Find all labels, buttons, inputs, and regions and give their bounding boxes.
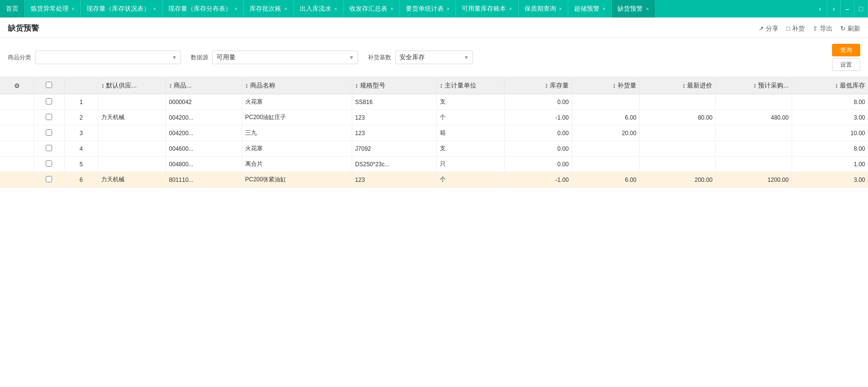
- table-row[interactable]: 4 004600... 火花塞 J7092 支 0.00 8.00: [0, 141, 868, 157]
- table-row[interactable]: 6 力天机械 801110... PC200张紧油缸 123 个 -1.00 6…: [0, 172, 868, 188]
- row-unit-cell: 支: [436, 141, 504, 157]
- name-column-header[interactable]: ↕ 商品名称: [242, 77, 352, 94]
- minstock-column-header[interactable]: ↕ 最低库存: [792, 77, 868, 94]
- data-table: ⚙ ↕ 默认供应... ↕ 商品... ↕: [0, 77, 868, 188]
- datasource-select[interactable]: 可用量: [212, 51, 358, 64]
- close-icon[interactable]: ×: [235, 6, 237, 12]
- nav-tab-4[interactable]: 库存批次账 ×: [244, 0, 293, 18]
- table-body: 1 0000042 火花塞 SS816 支 0.00 8.00 2 力天机械 0…: [0, 94, 868, 188]
- row-checkbox[interactable]: [46, 176, 52, 182]
- row-gear-cell: [0, 141, 34, 157]
- close-icon[interactable]: ×: [284, 6, 287, 12]
- category-select[interactable]: [35, 51, 181, 64]
- nav-tab-1[interactable]: 炼货异常处理 ×: [25, 0, 81, 18]
- row-spec-cell: 123: [352, 172, 436, 188]
- row-stock-cell: 0.00: [504, 157, 572, 172]
- row-purchase-cell: [716, 125, 792, 141]
- filters-row: 商品分类 ▼ 数据源 可用量 ▼ 补货基数 安全库存: [0, 38, 868, 77]
- close-icon[interactable]: ×: [153, 6, 156, 12]
- nav-next-button[interactable]: ›: [827, 0, 841, 18]
- row-checkbox[interactable]: [46, 145, 52, 151]
- close-icon[interactable]: ×: [334, 6, 337, 12]
- replenish-column-header[interactable]: ↕ 补货量: [572, 77, 639, 94]
- nav-tab-5[interactable]: 出入库流水 ×: [294, 0, 344, 18]
- row-supplier-cell: 力天机械: [98, 172, 166, 188]
- row-unit-cell: 个: [436, 110, 504, 125]
- nav-tab-7[interactable]: 要货单统计表 ×: [400, 0, 456, 18]
- close-icon[interactable]: ×: [509, 6, 512, 12]
- row-replenish-cell: [572, 141, 639, 157]
- row-price-cell: [639, 125, 715, 141]
- maximize-button[interactable]: □: [854, 0, 868, 18]
- stock-column-header[interactable]: ↕ 库存量: [504, 77, 572, 94]
- minimize-button[interactable]: –: [841, 0, 854, 18]
- spec-column-header[interactable]: ↕ 规格型号: [352, 77, 436, 94]
- category-filter-group: 商品分类 ▼: [8, 51, 181, 64]
- row-num-cell: 5: [64, 157, 98, 172]
- table-row[interactable]: 5 004800... 离合片 DS250*23c... 只 0.00 1.00: [0, 157, 868, 172]
- row-code-cell: 004600...: [166, 141, 242, 157]
- row-stock-cell: 0.00: [504, 125, 572, 141]
- nav-tab-home[interactable]: 首页: [0, 0, 25, 18]
- query-button[interactable]: 查询: [832, 44, 860, 56]
- row-spec-cell: J7092: [352, 141, 436, 157]
- select-all-checkbox[interactable]: [46, 82, 52, 88]
- nav-tab-2[interactable]: 现存量（库存状况表） ×: [81, 0, 162, 18]
- export-button[interactable]: ⇧ 导出: [813, 24, 832, 33]
- datasource-select-wrapper: 可用量 ▼: [212, 51, 358, 64]
- nav-arrows: ‹ › – □: [814, 0, 868, 18]
- close-icon[interactable]: ×: [390, 6, 393, 12]
- table-row[interactable]: 1 0000042 火花塞 SS816 支 0.00 8.00: [0, 94, 868, 110]
- nav-tab-11[interactable]: 缺货预警 ×: [612, 0, 655, 18]
- close-icon[interactable]: ×: [72, 6, 74, 12]
- unit-column-header[interactable]: ↕ 主计量单位: [436, 77, 504, 94]
- replenish-base-select[interactable]: 安全库存: [395, 51, 473, 64]
- row-checkbox-cell: [34, 94, 65, 110]
- row-num-cell: 4: [64, 141, 98, 157]
- close-icon[interactable]: ×: [646, 6, 649, 12]
- close-icon[interactable]: ×: [447, 6, 450, 12]
- row-price-cell: [639, 141, 715, 157]
- row-replenish-cell: 20.00: [572, 125, 639, 141]
- replenish-base-label: 补货基数: [368, 53, 391, 62]
- nav-tab-6[interactable]: 收发存汇总表 ×: [344, 0, 399, 18]
- table-header-row: ⚙ ↕ 默认供应... ↕ 商品... ↕: [0, 77, 868, 94]
- nav-tab-8[interactable]: 可用量库存账本 ×: [456, 0, 518, 18]
- close-icon[interactable]: ×: [559, 6, 562, 12]
- row-checkbox[interactable]: [46, 114, 52, 120]
- row-price-cell: 200.00: [639, 172, 715, 188]
- row-checkbox[interactable]: [46, 129, 52, 136]
- share-button[interactable]: ↗ 分享: [759, 24, 778, 33]
- row-checkbox[interactable]: [46, 160, 52, 167]
- datasource-label: 数据源: [191, 53, 208, 62]
- replenish-button[interactable]: □ 补货: [786, 24, 805, 33]
- page-header: 缺货预警 ↗ 分享 □ 补货 ⇧ 导出 ↻ 刷新: [0, 18, 868, 38]
- gear-column-header[interactable]: ⚙: [0, 77, 34, 94]
- row-unit-cell: 个: [436, 172, 504, 188]
- row-stock-cell: -1.00: [504, 110, 572, 125]
- code-column-header[interactable]: ↕ 商品...: [166, 77, 242, 94]
- nav-tab-3[interactable]: 现存量（库存分布表） ×: [163, 0, 244, 18]
- row-name-cell: 离合片: [242, 157, 352, 172]
- supplier-column-header[interactable]: ↕ 默认供应...: [98, 77, 166, 94]
- row-gear-cell: [0, 110, 34, 125]
- row-name-cell: 三九: [242, 125, 352, 141]
- price-column-header[interactable]: ↕ 最新进价: [639, 77, 715, 94]
- nav-prev-button[interactable]: ‹: [814, 0, 827, 18]
- row-checkbox[interactable]: [46, 98, 52, 105]
- close-icon[interactable]: ×: [602, 6, 605, 12]
- replenish-base-filter-group: 补货基数 安全库存 ▼: [368, 51, 473, 64]
- table-row[interactable]: 3 004200... 三九 123 箱 0.00 20.00 10.00: [0, 125, 868, 141]
- gear-icon[interactable]: ⚙: [14, 82, 20, 89]
- settings-button[interactable]: 设置: [832, 58, 860, 71]
- row-checkbox-cell: [34, 172, 65, 188]
- refresh-button[interactable]: ↻ 刷新: [840, 24, 860, 33]
- table-row[interactable]: 2 力天机械 004200... PC200油缸庄子 123 个 -1.00 6…: [0, 110, 868, 125]
- nav-tab-9[interactable]: 保质期查询 ×: [519, 0, 568, 18]
- row-replenish-cell: [572, 157, 639, 172]
- table-container: ⚙ ↕ 默认供应... ↕ 商品... ↕: [0, 77, 868, 387]
- row-code-cell: 801110...: [166, 172, 242, 188]
- nav-tab-10[interactable]: 超储预警 ×: [568, 0, 612, 18]
- purchase-column-header[interactable]: ↕ 预计采购...: [716, 77, 792, 94]
- row-checkbox-cell: [34, 110, 65, 125]
